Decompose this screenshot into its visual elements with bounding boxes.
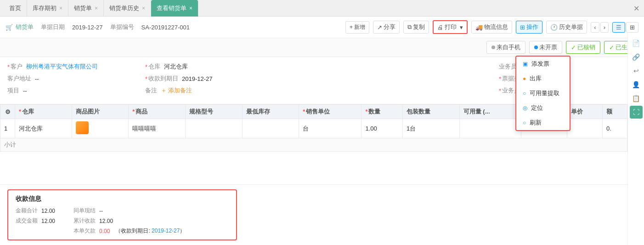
copy-icon: ⧉	[407, 23, 412, 31]
due-date-required: *	[145, 75, 147, 82]
tab-home-label: 首页	[9, 4, 21, 12]
available-qty-label: 可用量提取	[530, 89, 559, 97]
new-button[interactable]: + 新增	[345, 21, 369, 34]
info-col-right: 同单现结 -- 累计收款 12.00 本单欠款 0.00 （收款到期日: 201…	[73, 207, 185, 235]
th-unit-price: 单价	[567, 105, 603, 119]
tab-sales-label: 销货单	[74, 4, 92, 12]
same-order-label: 同单现结	[73, 207, 96, 215]
window-close-icon[interactable]: ✕	[633, 4, 639, 12]
th-product-img: 商品图片	[72, 105, 129, 119]
from-phone-button[interactable]: 来自手机	[486, 41, 525, 54]
tab-inventory-init[interactable]: 库存期初 ×	[27, 0, 68, 17]
address-label: 客户地址	[7, 74, 31, 83]
main-content: 🛒 销货单 单据日期 2019-12-27 单据编号 SA-20191227-0…	[0, 17, 644, 245]
th-qty: *数量	[362, 105, 403, 119]
warehouse-required: *	[145, 63, 147, 70]
copy-button[interactable]: ⧉ 复制	[403, 21, 429, 34]
refresh-item[interactable]: ○ 刷新	[516, 115, 570, 130]
sidebar-expand-icon[interactable]: ⛶	[630, 106, 643, 119]
tab-history-close[interactable]: ×	[142, 5, 145, 11]
add-invoice-label: 添发票	[531, 60, 549, 68]
due-date-value: 2019-12-27	[182, 75, 213, 82]
print-dropdown-icon: ▾	[460, 24, 463, 31]
plus-icon: ＋	[161, 86, 167, 95]
print-label: 打印	[445, 23, 457, 31]
row-no: 1	[0, 119, 15, 138]
grid-icon: ⊞	[520, 24, 525, 31]
add-invoice-item[interactable]: ▣ 添发票	[516, 57, 570, 71]
payment-info-box: 收款信息 金额合计 12.00 成交金额 12.00 同单现结 --	[7, 189, 237, 240]
row-pack-qty: 1台	[403, 119, 460, 138]
tab-view-sales[interactable]: 查看销货单 ×	[151, 0, 198, 17]
locate-item[interactable]: ◎ 定位	[516, 101, 570, 115]
due-date-label: 收款到期日	[148, 74, 178, 83]
sidebar-user-icon[interactable]: 👤	[630, 78, 643, 91]
project-field: 项目 --	[7, 86, 136, 95]
history-button[interactable]: 🕐 历史单据	[546, 21, 587, 34]
th-amount: 额	[603, 105, 627, 119]
available-icon: ○	[523, 90, 526, 97]
list-view-btn[interactable]: ☰	[612, 22, 625, 33]
tab-inventory-close[interactable]: ×	[59, 5, 62, 11]
not-open-label: 未开票	[539, 43, 557, 51]
th-spec: 规格型号	[185, 105, 242, 119]
total-amount-row: 金额合计 12.00	[16, 207, 55, 215]
info-col-left: 金额合计 12.00 成交金额 12.00	[16, 207, 55, 235]
sold-out-badge[interactable]: ✓ 已核销	[566, 41, 600, 54]
doc-meta: 单据日期 2019-12-27 单据编号 SA-20191227-001	[41, 23, 345, 31]
subtotal-label: 小计	[0, 138, 627, 152]
history-icon: 🕐	[550, 24, 558, 31]
view-toggle: ☰ ⊞	[612, 22, 638, 33]
sidebar-link-icon[interactable]: 🔗	[630, 51, 643, 63]
out-stock-icon: ●	[523, 75, 526, 82]
warehouse-label: 仓库	[148, 63, 160, 71]
tab-sales-history[interactable]: 销货单历史 ×	[104, 0, 151, 17]
address-field: 客户地址 --	[7, 74, 136, 83]
doc-actions: + 新增 ↗ 分享 ⧉ 复制 🖨 打印 ▾ 🚚 物流信息	[345, 20, 638, 34]
customer-value[interactable]: 柳州粤港平安气体有限公司	[26, 63, 98, 71]
not-open-button[interactable]: 未开票	[529, 41, 562, 54]
debt-suffix: （收款到期日: 2019-12-27）	[115, 227, 185, 235]
th-gear[interactable]: ⚙	[0, 105, 15, 119]
from-phone-label: 来自手机	[497, 43, 520, 51]
tab-view-close[interactable]: ×	[189, 5, 192, 11]
doc-no-label: 单据编号	[110, 23, 134, 31]
out-stock-label: 出库	[530, 74, 542, 83]
order-debt-row: 本单欠款 0.00 （收款到期日: 2019-12-27）	[73, 227, 185, 235]
operation-button[interactable]: ⊞ 操作	[516, 21, 542, 34]
copy-label: 复制	[413, 23, 425, 31]
customer-field: * 客户 柳州粤港平安气体有限公司	[7, 63, 136, 71]
row-product-img	[72, 119, 129, 138]
cumulative-label: 累计收款	[73, 217, 96, 225]
tab-sales-close[interactable]: ×	[95, 5, 98, 11]
available-qty-item[interactable]: ○ 可用量提取	[516, 86, 570, 101]
next-arrow[interactable]: ›	[600, 22, 609, 33]
grid-view-btn[interactable]: ⊞	[626, 22, 638, 33]
tab-home[interactable]: 首页	[4, 0, 27, 17]
th-product: *商品	[129, 105, 186, 119]
bottom-info: 收款信息 金额合计 12.00 成交金额 12.00 同单现结 --	[0, 184, 644, 245]
nav-arrows: ‹ ›	[591, 22, 609, 33]
print-button[interactable]: 🖨 打印 ▾	[433, 20, 468, 34]
sidebar-return-icon[interactable]: ↩	[630, 64, 643, 77]
warehouse-value: 河北仓库	[164, 63, 188, 71]
sidebar-doc-icon[interactable]: 📄	[630, 37, 643, 50]
tab-view-label: 查看销货单	[157, 4, 186, 12]
sidebar-clipboard-icon[interactable]: 📋	[630, 92, 643, 105]
share-button[interactable]: ↗ 分享	[373, 21, 400, 34]
tab-bar: 首页 库存期初 × 销货单 × 销货单历史 × 查看销货单 × ✕	[0, 0, 644, 17]
refresh-icon: ○	[523, 120, 526, 126]
truck-icon: 🚚	[475, 24, 483, 31]
out-stock-item[interactable]: ● 出库	[516, 71, 570, 86]
row-unit-price	[567, 119, 603, 138]
share-label: 分享	[384, 23, 395, 31]
right-sidebar: 📄 🔗 ↩ 👤 📋 ⛶	[627, 33, 644, 245]
tab-sales-order[interactable]: 销货单 ×	[68, 0, 104, 17]
logistics-button[interactable]: 🚚 物流信息	[471, 21, 512, 34]
add-note-button[interactable]: ＋ 添加备注	[161, 86, 192, 95]
due-date-link[interactable]: 2019-12-27	[152, 228, 180, 234]
row-min-stock	[242, 119, 299, 138]
info-rows: 金额合计 12.00 成交金额 12.00 同单现结 -- 累计收款	[16, 207, 229, 235]
prev-arrow[interactable]: ‹	[591, 22, 599, 33]
tab-inventory-label: 库存期初	[33, 4, 56, 12]
